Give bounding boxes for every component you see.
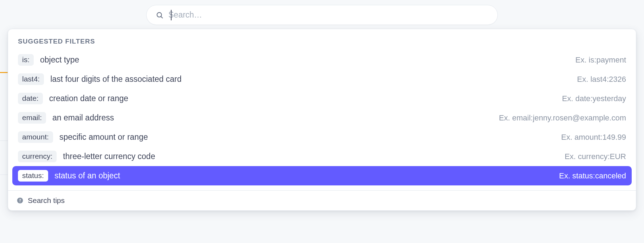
filter-example: Ex. status:canceled	[559, 171, 626, 180]
filter-key: date:	[18, 93, 43, 104]
filter-row-last4[interactable]: last4:last four digits of the associated…	[12, 70, 632, 89]
filter-example: Ex. last4:2326	[577, 75, 626, 84]
filter-row-currency[interactable]: currency:three-letter currency codeEx. c…	[12, 147, 632, 166]
filter-row-date[interactable]: date:creation date or rangeEx. date:yest…	[12, 89, 632, 108]
svg-line-1	[161, 16, 162, 18]
filter-example: Ex. is:payment	[575, 55, 626, 65]
filter-key: amount:	[18, 131, 53, 143]
help-icon	[17, 197, 24, 204]
suggested-filters-heading: SUGGESTED FILTERS	[8, 29, 636, 49]
filter-description: last four digits of the associated card	[50, 74, 571, 84]
filter-example: Ex. date:yesterday	[562, 94, 626, 103]
filter-key: email:	[18, 112, 46, 124]
filter-description: status of an object	[54, 171, 553, 180]
filter-row-amount[interactable]: amount:specific amount or rangeEx. amoun…	[12, 127, 632, 147]
search-icon	[156, 11, 163, 19]
filter-example: Ex. email:jenny.rosen@example.com	[499, 113, 626, 123]
filter-example: Ex. currency:EUR	[565, 152, 626, 161]
filter-row-status[interactable]: status:status of an objectEx. status:can…	[12, 166, 632, 185]
panel-footer: Search tips	[8, 190, 636, 210]
filter-description: three-letter currency code	[63, 152, 558, 161]
filter-description: object type	[40, 55, 569, 65]
filter-list: is:object typeEx. is:paymentlast4:last f…	[8, 49, 636, 190]
filter-description: creation date or range	[49, 94, 556, 103]
search-field[interactable]	[146, 5, 498, 25]
filter-description: an email address	[52, 113, 492, 123]
filter-key: currency:	[18, 151, 57, 162]
filter-key: is:	[18, 54, 34, 66]
filter-row-is[interactable]: is:object typeEx. is:payment	[12, 50, 632, 70]
search-tips-link[interactable]: Search tips	[28, 196, 65, 205]
filter-example: Ex. amount:149.99	[561, 133, 626, 142]
search-input[interactable]	[168, 10, 488, 20]
filter-key: last4:	[18, 73, 44, 85]
search-suggestions-panel: SUGGESTED FILTERS is:object typeEx. is:p…	[8, 29, 636, 211]
text-cursor	[171, 10, 172, 20]
filter-key: status:	[18, 170, 48, 182]
filter-description: specific amount or range	[59, 132, 555, 142]
filter-row-email[interactable]: email:an email addressEx. email:jenny.ro…	[12, 108, 632, 127]
